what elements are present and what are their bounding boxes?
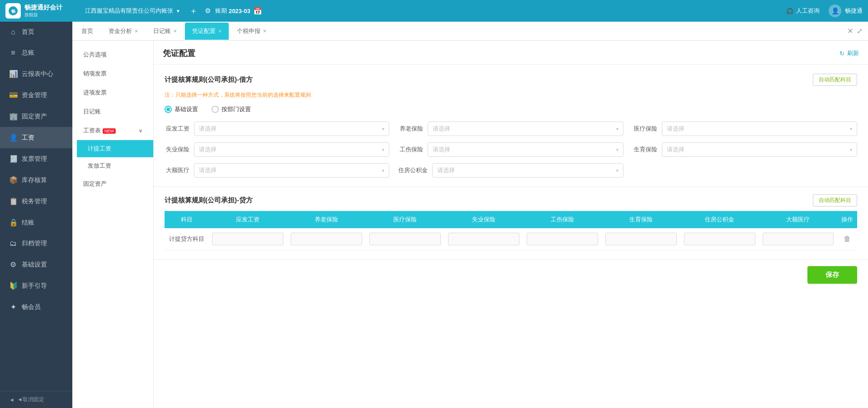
cell-medical-input[interactable] <box>366 228 444 250</box>
debit-section: 计提核算规则(公司承担)-借方 自动匹配科目 注：只能选择一种方式，系统将按照您… <box>154 65 868 187</box>
left-nav-sales[interactable]: 销项发票 <box>72 64 153 83</box>
asset-icon: 🏢 <box>9 112 17 121</box>
sidebar-label-capital: 资金管理 <box>22 91 47 99</box>
cell-action[interactable]: 🗑 <box>837 228 857 250</box>
select-large-medical[interactable]: 请选择 ▾ <box>194 163 389 178</box>
sidebar-item-archive[interactable]: 🗂 归档管理 <box>0 233 72 254</box>
input-large-medical[interactable] <box>763 233 834 245</box>
capital-icon: 💳 <box>9 91 17 99</box>
tab-capital[interactable]: 资金分析 × <box>101 23 145 40</box>
sidebar-item-close[interactable]: 🔒 结账 <box>0 212 72 233</box>
tab-capital-label: 资金分析 <box>108 27 132 35</box>
tab-home[interactable]: 首页 <box>74 23 100 40</box>
left-nav-public[interactable]: 公共选项 <box>72 45 153 64</box>
tab-close-all-button[interactable]: ✕ <box>847 27 853 35</box>
left-nav-purchase[interactable]: 进项发票 <box>72 83 153 102</box>
sidebar-item-inventory[interactable]: 📦 库存核算 <box>0 169 72 191</box>
tab-capital-close[interactable]: × <box>135 28 138 34</box>
cell-maternity-input[interactable] <box>602 228 680 250</box>
credit-section-header: 计提核算规则(公司承担)-贷方 自动匹配科目 <box>165 187 857 211</box>
app-logo-icon: 畅 <box>5 3 21 19</box>
member-icon: ✦ <box>9 303 17 311</box>
add-button[interactable]: ＋ <box>189 5 198 16</box>
credit-auto-match-button[interactable]: 自动匹配科目 <box>813 194 857 206</box>
avatar: 👤 <box>829 5 841 17</box>
label-unemployment: 失业保险 <box>165 145 189 154</box>
cancel-fixed-label: ◄取消固定 <box>17 396 44 403</box>
ledger-icon: ≡ <box>9 49 17 57</box>
select-medical[interactable]: 请选择 ▾ <box>662 122 857 136</box>
sidebar-item-asset[interactable]: 🏢 固定资产 <box>0 106 72 127</box>
cell-large-medical-input[interactable] <box>759 228 838 250</box>
select-gross-salary[interactable]: 请选择 ▾ <box>194 122 389 136</box>
tab-voucher[interactable]: 凭证配置 × <box>185 23 229 40</box>
salary-icon: 👤 <box>9 133 17 142</box>
sidebar-label-home: 首页 <box>22 28 34 36</box>
delete-row-button[interactable]: 🗑 <box>844 235 851 243</box>
table-row: 计提贷方科目 🗑 <box>165 228 857 250</box>
sidebar-item-guide[interactable]: 🔰 新手引导 <box>0 275 72 296</box>
left-nav-journal[interactable]: 日记账 <box>72 102 153 121</box>
input-maternity[interactable] <box>605 233 677 245</box>
refresh-button[interactable]: ↻ 刷新 <box>840 49 859 57</box>
left-nav-journal-label: 日记账 <box>83 108 101 116</box>
support-button[interactable]: 🎧 人工咨询 <box>786 7 820 15</box>
input-gross[interactable] <box>212 233 283 245</box>
input-medical[interactable] <box>369 233 441 245</box>
calendar-icon[interactable]: 📅 <box>253 7 262 15</box>
tab-journal-close[interactable]: × <box>174 28 177 34</box>
select-pension[interactable]: 请选择 ▾ <box>428 122 623 136</box>
sidebar-item-salary[interactable]: 👤 工资 <box>0 127 72 148</box>
sidebar-item-invoice[interactable]: 🧾 发票管理 <box>0 148 72 169</box>
left-nav-fixed-asset[interactable]: 固定资产 <box>72 174 153 193</box>
tab-tax[interactable]: 个税申报 × <box>230 23 274 40</box>
radio-basic-circle <box>165 106 172 113</box>
settings-icon[interactable]: ⚙ <box>205 7 211 15</box>
cell-gross-input[interactable] <box>208 228 287 250</box>
sidebar-item-capital[interactable]: 💳 资金管理 <box>0 84 72 106</box>
label-pension: 养老保险 <box>398 125 423 133</box>
user-name: 畅捷通 <box>845 7 863 15</box>
cell-work-injury-input[interactable] <box>523 228 602 250</box>
cell-housing-input[interactable] <box>680 228 759 250</box>
sidebar-item-settings[interactable]: ⚙ 基础设置 <box>0 254 72 275</box>
input-pension[interactable] <box>291 233 362 245</box>
left-nav-pay-label: 发放工资 <box>88 162 111 169</box>
sidebar-item-home[interactable]: ⌂ 首页 <box>0 22 72 42</box>
field-pension: 养老保险 请选择 ▾ <box>398 122 623 136</box>
cell-unemployment-input[interactable] <box>444 228 523 250</box>
input-unemployment[interactable] <box>448 233 519 245</box>
cancel-fixed-button[interactable]: ◄ ◄取消固定 <box>0 391 72 408</box>
save-button[interactable]: 保存 <box>807 266 857 284</box>
radio-basic[interactable]: 基础设置 <box>165 105 198 113</box>
col-gross: 应发工资 <box>208 211 287 228</box>
select-maternity[interactable]: 请选择 ▾ <box>662 142 857 157</box>
left-nav-accrue[interactable]: 计提工资 <box>77 140 153 157</box>
left-nav-salary-table-header[interactable]: 工资表NEW ∨ <box>72 121 153 140</box>
select-unemployment[interactable]: 请选择 ▾ <box>194 142 389 157</box>
sidebar-item-ledger[interactable]: ≡ 总账 <box>0 42 72 63</box>
sidebar-label-invoice: 发票管理 <box>22 155 47 163</box>
debit-auto-match-button[interactable]: 自动匹配科目 <box>813 74 857 86</box>
sidebar-item-member[interactable]: ✦ 畅会员 <box>0 296 72 318</box>
tab-expand-button[interactable]: ⤢ <box>857 27 863 35</box>
cell-subject-label: 计提贷方科目 <box>165 228 208 250</box>
sidebar-item-report[interactable]: 📊 云报表中心 <box>0 63 72 84</box>
input-housing[interactable] <box>684 233 755 245</box>
user-area[interactable]: 👤 畅捷通 <box>829 5 863 17</box>
sidebar-label-member: 畅会员 <box>22 303 41 311</box>
col-pension: 养老保险 <box>287 211 366 228</box>
tab-tax-close[interactable]: × <box>263 28 266 34</box>
sidebar-item-tax[interactable]: 📋 税务管理 <box>0 191 72 212</box>
select-work-injury[interactable]: 请选择 ▾ <box>428 142 623 157</box>
tab-voucher-close[interactable]: × <box>218 28 222 34</box>
company-selector[interactable]: 江西服宝精品有限责任公司内账张 ▼ <box>85 7 180 15</box>
left-nav-pay[interactable]: 发放工资 <box>77 157 153 174</box>
tab-journal[interactable]: 日记账 × <box>146 23 184 40</box>
cancel-fixed-icon: ◄ <box>9 397 14 403</box>
select-housing-fund[interactable]: 请选择 ▾ <box>432 163 623 178</box>
cell-pension-input[interactable] <box>287 228 366 250</box>
field-work-injury: 工伤保险 请选择 ▾ <box>398 142 623 157</box>
radio-dept[interactable]: 按部门设置 <box>212 105 251 113</box>
input-work-injury[interactable] <box>527 233 598 245</box>
